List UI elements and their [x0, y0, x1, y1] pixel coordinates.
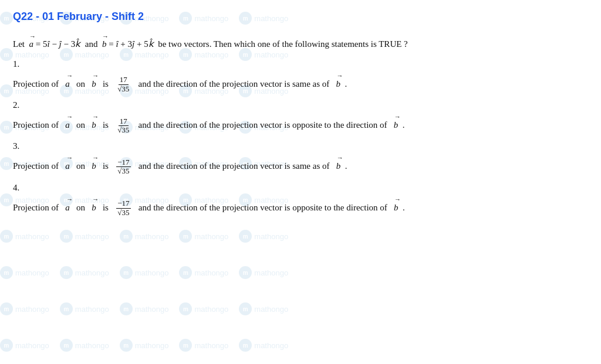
- option-3-text: Projection of →a on →b is −17 √35 and th…: [13, 152, 588, 175]
- vector-a-symbol: →a: [29, 39, 34, 49]
- option-1-number: 1.: [13, 59, 588, 69]
- option-2-text: Projection of →a on →b is 17 √35 and the…: [13, 111, 588, 134]
- option-2-number: 2.: [13, 100, 588, 110]
- main-content: Q22 - 01 February - Shift 2 Let →a = 5î …: [0, 0, 601, 227]
- option-3-number: 3.: [13, 141, 588, 151]
- option-1-text: Projection of →a on →b is 17 √35 and the…: [13, 70, 588, 93]
- option-4-number: 4.: [13, 183, 588, 193]
- fraction-3: −17 √35: [116, 158, 130, 176]
- option-4-text: Projection of →a on →b is −17 √35 and th…: [13, 194, 588, 217]
- question-body: Let →a = 5î − ĵ − 3k̂ and →b = î + 3ĵ + …: [13, 31, 588, 52]
- fraction-2: 17 √35: [116, 117, 130, 135]
- fraction-1: 17 √35: [116, 76, 130, 93]
- question-title: Q22 - 01 February - Shift 2: [13, 11, 588, 23]
- fraction-4: −17 √35: [116, 199, 130, 217]
